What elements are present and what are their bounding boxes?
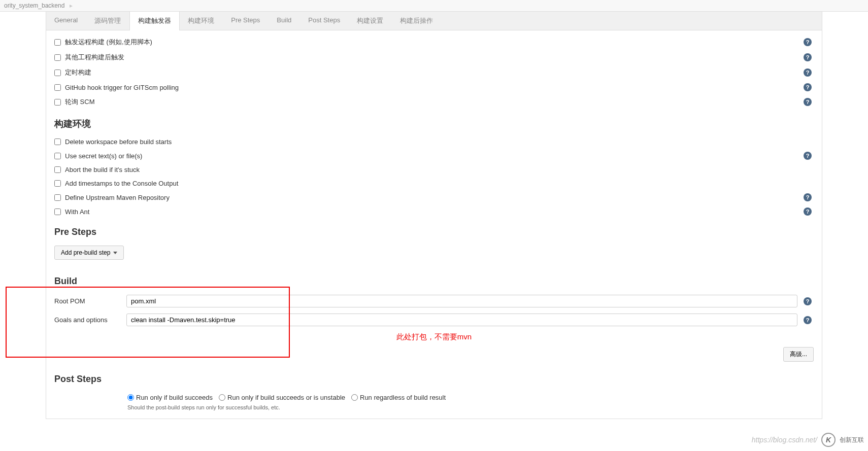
trigger-row: 其他工程构建后触发? [46, 50, 822, 65]
help-icon[interactable]: ? [804, 316, 812, 324]
advanced-button[interactable]: 高级... [783, 347, 814, 362]
help-icon[interactable]: ? [804, 38, 812, 46]
help-icon[interactable]: ? [804, 83, 812, 91]
env-label: Add timestamps to the Console Output [65, 180, 814, 187]
env-row: Delete workspace before build starts [46, 135, 822, 149]
env-label: Abort the build if it's stuck [65, 166, 814, 174]
trigger-label: 其他工程构建后触发 [65, 53, 804, 62]
env-row: Use secret text(s) or file(s)? [46, 149, 822, 163]
poststeps-hint: Should the post-build steps run only for… [46, 403, 822, 414]
poststep-radio-label: Run regardless of build result [360, 394, 446, 401]
tab-1[interactable]: 源码管理 [86, 12, 129, 30]
poststep-radio-2[interactable] [351, 394, 358, 401]
breadcrumb-item[interactable]: ority_system_backend [4, 2, 64, 9]
trigger-label: 定时构建 [65, 68, 804, 77]
trigger-checkbox-3[interactable] [54, 84, 61, 91]
help-icon[interactable]: ? [804, 98, 812, 106]
annotation-text: 此处打包，不需要mvn [396, 332, 472, 341]
poststep-radio-label: Run only if build succeeds or is unstabl… [227, 394, 345, 401]
env-label: Define Upstream Maven Repository [65, 194, 804, 201]
tab-6[interactable]: Post Steps [300, 12, 349, 30]
env-row: Add timestamps to the Console Output [46, 177, 822, 190]
help-icon[interactable]: ? [804, 193, 812, 201]
poststep-radio-item[interactable]: Run only if build succeeds [127, 394, 213, 401]
env-checkbox-4[interactable] [54, 194, 61, 201]
trigger-row: 触发远程构建 (例如,使用脚本)? [46, 34, 822, 50]
tab-3[interactable]: 构建环境 [180, 12, 223, 30]
section-heading-poststeps: Post Steps [46, 366, 822, 390]
tab-8[interactable]: 构建后操作 [392, 12, 442, 30]
env-checkbox-0[interactable] [54, 138, 61, 145]
goals-options-input[interactable] [126, 314, 797, 326]
poststep-radio-1[interactable] [219, 394, 225, 401]
config-tabs: General源码管理构建触发器构建环境Pre StepsBuildPost S… [46, 12, 822, 30]
help-icon[interactable]: ? [804, 53, 812, 61]
trigger-label: 轮询 SCM [65, 97, 804, 107]
env-label: Delete workspace before build starts [65, 138, 814, 146]
tab-5[interactable]: Build [269, 12, 300, 30]
caret-down-icon [113, 252, 117, 254]
env-label: Use secret text(s) or file(s) [65, 152, 804, 160]
env-row: Abort the build if it's stuck [46, 163, 822, 177]
poststep-radio-label: Run only if build succeeds [136, 394, 213, 401]
section-heading-presteps: Pre Steps [46, 219, 822, 242]
main-config-body: 触发远程构建 (例如,使用脚本)?其他工程构建后触发?定时构建?GitHub h… [46, 30, 822, 419]
tab-4[interactable]: Pre Steps [223, 12, 269, 30]
trigger-checkbox-2[interactable] [54, 70, 61, 76]
help-icon[interactable]: ? [804, 207, 812, 216]
poststep-radio-0[interactable] [127, 394, 134, 401]
env-checkbox-2[interactable] [54, 166, 61, 173]
help-icon[interactable]: ? [804, 297, 812, 305]
tab-2[interactable]: 构建触发器 [129, 12, 180, 30]
add-prebuild-step-button[interactable]: Add pre-build step [54, 246, 124, 260]
root-pom-input[interactable] [126, 295, 797, 307]
trigger-row: GitHub hook trigger for GITScm polling? [46, 80, 822, 94]
trigger-label: 触发远程构建 (例如,使用脚本) [65, 38, 804, 47]
section-heading-env: 构建环境 [46, 110, 822, 135]
add-prebuild-step-label: Add pre-build step [61, 249, 110, 256]
section-heading-build: Build [46, 268, 822, 292]
env-label: With Ant [65, 208, 804, 216]
env-checkbox-3[interactable] [54, 180, 61, 187]
root-pom-label: Root POM [54, 297, 120, 305]
trigger-row: 定时构建? [46, 65, 822, 80]
trigger-checkbox-4[interactable] [54, 99, 61, 106]
env-checkbox-5[interactable] [54, 209, 61, 215]
trigger-checkbox-1[interactable] [54, 54, 61, 61]
env-row: With Ant? [46, 204, 822, 219]
goals-options-label: Goals and options [54, 316, 120, 324]
tab-0[interactable]: General [46, 12, 86, 30]
env-row: Define Upstream Maven Repository? [46, 190, 822, 204]
trigger-label: GitHub hook trigger for GITScm polling [65, 84, 804, 91]
trigger-checkbox-0[interactable] [54, 39, 61, 46]
env-checkbox-1[interactable] [54, 153, 61, 159]
help-icon[interactable]: ? [804, 152, 812, 160]
poststep-radio-item[interactable]: Run regardless of build result [351, 394, 446, 401]
poststeps-radio-group: Run only if build succeedsRun only if bu… [46, 390, 822, 403]
breadcrumb: ority_system_backend ▸ [0, 0, 868, 12]
chevron-right-icon: ▸ [70, 2, 73, 9]
trigger-row: 轮询 SCM? [46, 94, 822, 110]
help-icon[interactable]: ? [804, 68, 812, 77]
tab-7[interactable]: 构建设置 [349, 12, 392, 30]
poststep-radio-item[interactable]: Run only if build succeeds or is unstabl… [219, 394, 345, 401]
